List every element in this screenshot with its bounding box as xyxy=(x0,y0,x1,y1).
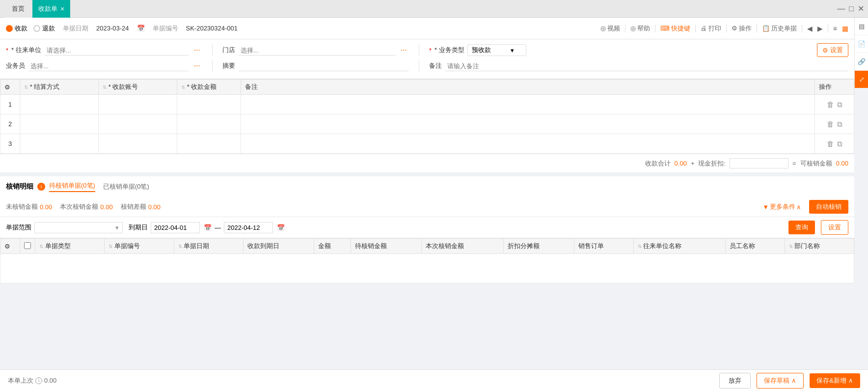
receipt-radio[interactable]: 收款 xyxy=(6,24,27,33)
row1-account[interactable] xyxy=(99,95,177,114)
shortcut-btn[interactable]: ⌨ 快捷键 xyxy=(660,24,690,33)
sidebar-link-icon[interactable]: 🔗 xyxy=(855,53,868,71)
row2-note-input[interactable] xyxy=(245,120,811,128)
select-all-checkbox[interactable] xyxy=(24,242,31,249)
date-from-input[interactable] xyxy=(151,222,200,233)
main-scroll[interactable]: 收款 退款 单据日期 2023-03-24 📅 单据编号 SK-20230324… xyxy=(0,18,868,369)
row3-account[interactable] xyxy=(99,134,177,154)
date-to-input[interactable] xyxy=(224,222,273,233)
partner-input[interactable] xyxy=(44,45,189,56)
last-value: 0.00 xyxy=(44,377,56,384)
note-col-label: 备注 xyxy=(245,83,258,90)
help-btn[interactable]: ◎ 帮助 xyxy=(630,24,650,33)
row3-note[interactable] xyxy=(241,134,815,154)
row3-method[interactable] xyxy=(20,134,99,154)
print-btn[interactable]: 🖨 打印 xyxy=(701,24,721,33)
tab-receipt[interactable]: 收款单 × xyxy=(32,0,70,18)
verify-info-icon[interactable]: i xyxy=(37,183,45,191)
row2-action-btns: 🗑 ⧉ xyxy=(819,120,850,129)
store-input[interactable] xyxy=(238,45,396,56)
row3-account-input[interactable] xyxy=(103,140,173,147)
store-more-btn[interactable]: ··· xyxy=(399,46,409,55)
query-btn[interactable]: 查询 xyxy=(788,221,815,234)
row3-method-input[interactable] xyxy=(24,140,94,147)
discount-input[interactable] xyxy=(730,158,788,168)
row3-amount-input[interactable] xyxy=(181,140,237,147)
history-btn[interactable]: 📋 历史单据 xyxy=(762,24,797,33)
minimize-btn[interactable]: — xyxy=(837,4,845,13)
doc-type-col-header: ⇅ 单据类型 xyxy=(35,239,105,254)
row2-amount-input[interactable] xyxy=(181,120,237,128)
row3-delete-btn[interactable]: 🗑 xyxy=(827,140,834,148)
row2-method-input[interactable] xyxy=(24,120,94,128)
sidebar-table-icon[interactable]: ▤ xyxy=(855,18,868,35)
unverified-label: 未核销金额 xyxy=(6,202,38,211)
refund-radio[interactable]: 退款 xyxy=(33,24,55,33)
sidebar-doc-icon[interactable]: 📄 xyxy=(855,35,868,53)
row1-note[interactable] xyxy=(241,95,815,114)
receipt-radio-label: 收款 xyxy=(15,24,27,33)
date-calendar-icon[interactable]: 📅 xyxy=(137,25,145,32)
row1-amount[interactable] xyxy=(177,95,241,114)
row1-delete-btn[interactable]: 🗑 xyxy=(827,100,834,109)
save-draft-btn[interactable]: 保存草稿 ∧ xyxy=(757,373,804,389)
summary-input[interactable] xyxy=(238,61,409,71)
staff-input[interactable] xyxy=(28,61,189,71)
operation-btn[interactable]: ⚙ 操作 xyxy=(732,24,752,33)
date-to-cal-icon[interactable]: 📅 xyxy=(277,224,285,231)
remarks-input[interactable] xyxy=(445,61,848,71)
divider-7 xyxy=(828,25,828,32)
row2-account[interactable] xyxy=(99,114,177,134)
tab-close-icon[interactable]: × xyxy=(60,0,64,18)
row2-amount[interactable] xyxy=(177,114,241,134)
row2-copy-btn[interactable]: ⧉ xyxy=(837,120,842,129)
bottom-table: ⚙ ⇅ 单据类型 ⇅ 单据编号 ⇅ 单据日期 xyxy=(0,238,854,283)
next-btn[interactable]: ▶ xyxy=(817,25,823,32)
staff-more-btn[interactable]: ··· xyxy=(192,61,202,70)
shortcut-icon: ⌨ xyxy=(660,25,670,32)
row3-note-input[interactable] xyxy=(245,140,811,147)
row1-copy-btn[interactable]: ⧉ xyxy=(837,100,842,109)
save-new-btn[interactable]: 保存&新增 ∧ xyxy=(810,373,860,388)
btype-select[interactable]: 预收款 ▾ xyxy=(467,44,526,56)
pending-tab[interactable]: 待核销单据(0笔) xyxy=(49,181,95,192)
maximize-btn[interactable]: □ xyxy=(849,4,854,13)
row2-delete-btn[interactable]: 🗑 xyxy=(827,120,834,129)
date-from-cal-icon[interactable]: 📅 xyxy=(204,224,212,231)
row3-copy-btn[interactable]: ⧉ xyxy=(837,140,842,148)
row1-note-input[interactable] xyxy=(245,101,811,108)
sidebar-expand-icon[interactable]: ⤢ xyxy=(855,71,868,88)
amount-col-header2: 金额 xyxy=(314,239,351,254)
divider-2 xyxy=(655,25,655,32)
filter-setup-btn[interactable]: 设置 xyxy=(821,220,848,235)
gear-bottom-icon[interactable]: ⚙ xyxy=(4,243,10,250)
auto-clear-btn[interactable]: 自动核销 xyxy=(809,200,848,214)
close-btn[interactable]: ✕ xyxy=(858,4,864,13)
row2-account-input[interactable] xyxy=(103,120,173,128)
shortcut-label: 快捷键 xyxy=(671,24,690,33)
discard-btn[interactable]: 放弃 xyxy=(719,373,751,389)
partner-more-btn[interactable]: ··· xyxy=(192,46,202,55)
row1-account-input[interactable] xyxy=(103,101,173,108)
row2-method[interactable] xyxy=(20,114,99,134)
row1-method[interactable] xyxy=(20,95,99,114)
row1-amount-input[interactable] xyxy=(181,101,237,108)
divider-3 xyxy=(695,25,696,32)
settings-btn[interactable]: ⚙ 设置 xyxy=(817,43,848,57)
tab-home[interactable]: 首页 xyxy=(4,0,32,18)
done-tab[interactable]: 已核销单据(0笔) xyxy=(103,182,149,191)
row1-method-input[interactable] xyxy=(24,101,94,108)
gear-col-header[interactable]: ⚙ xyxy=(0,80,20,95)
list-view-btn[interactable]: ≡ xyxy=(833,25,837,32)
footer-info-icon[interactable]: i xyxy=(35,377,42,384)
form-div-4 xyxy=(419,60,419,72)
row2-note[interactable] xyxy=(241,114,815,134)
video-btn[interactable]: ◎ 视频 xyxy=(600,24,620,33)
range-label: 单据范围 xyxy=(6,223,31,232)
row3-amount[interactable] xyxy=(177,134,241,154)
prev-btn[interactable]: ◀ xyxy=(807,25,813,32)
range-select[interactable] xyxy=(34,222,123,233)
more-conditions-btn[interactable]: ▼ 更多条件 ∧ xyxy=(762,202,801,211)
receipt-radio-circle xyxy=(6,25,13,32)
grid-view-btn[interactable]: ▦ xyxy=(842,25,848,32)
